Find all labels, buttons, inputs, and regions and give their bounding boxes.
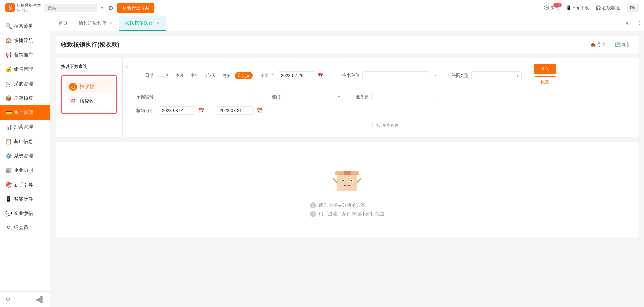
industry-btn[interactable]: 体验行业方案	[117, 3, 154, 13]
sidebar-item-marketing[interactable]: 📢 营销推广	[0, 48, 50, 62]
purchase-icon: 🛒	[5, 81, 11, 87]
sidebar-item-inventory[interactable]: 📦 库存核算	[0, 91, 50, 105]
app-icon: 📱	[566, 5, 571, 10]
counterparty-label: 往来单位	[342, 72, 360, 79]
date-quick-group: 上月 本月 本年 近7天 更多 自定义	[159, 72, 253, 79]
sidebar-item-sales[interactable]: 💰 销售管理	[0, 62, 50, 76]
top-bar-left: 🐰 畅捷通好生意 标准版 搜索 ▼ ⚙ 体验行业方案	[5, 3, 540, 13]
brand-logo: 🐰	[5, 3, 15, 12]
verify-date-start-calendar-icon[interactable]: 📅	[199, 108, 204, 113]
sidebar-item-operations[interactable]: 📊 经营管理	[0, 120, 50, 134]
tip-text-1: 请先选择要分析的方案	[319, 202, 366, 208]
filter-collapse-sidebar-btn[interactable]: 《	[123, 58, 129, 137]
sidebar-label-search-menu: 搜索菜单	[14, 23, 33, 29]
svg-line-7	[334, 179, 337, 182]
top-bar: 🐰 畅捷通好生意 标准版 搜索 ▼ ⚙ 体验行业方案 💬 消息 99+ 📱 Ap…	[0, 0, 644, 16]
message-btn[interactable]: 💬 消息 99+	[544, 5, 559, 11]
inventory-icon: 📦	[5, 95, 11, 101]
content-area: 首页 预付冲应付单 ✕ 收款核销执行 ✕ ✕ ⛶ 收款核销执行(按收款) 📤	[50, 16, 644, 307]
verify-date-end-input[interactable]	[217, 106, 254, 115]
tab-close-collection[interactable]: ✕	[155, 20, 160, 26]
sidebar-label-system: 系统管理	[14, 153, 33, 159]
date-btn-last-month[interactable]: 上月	[159, 72, 171, 79]
svg-point-5	[342, 180, 344, 182]
tab-close-window-btn[interactable]: ✕	[624, 19, 631, 28]
app-download-btn[interactable]: 📱 App下载	[566, 5, 589, 11]
verify-date-label: 核销日期	[135, 108, 154, 114]
tab-prepay[interactable]: 预付冲应付单 ✕	[73, 16, 119, 31]
filter-option-by-receipt[interactable]: 💰 按收款	[66, 80, 112, 93]
page-header-actions: 📤 导出 🔄 刷新	[588, 40, 633, 49]
sidebar-item-finance[interactable]: 💳 资金管理	[0, 105, 50, 120]
date-btn-this-year[interactable]: 本年	[189, 72, 201, 79]
query-btn[interactable]: 查询	[534, 64, 556, 74]
search-icon: 🔍	[5, 23, 11, 29]
verify-date-start-input[interactable]	[159, 106, 196, 115]
online-service-btn[interactable]: 🎧 在线客服	[596, 5, 620, 11]
filter-row-verify-date: 核销日期 📅 — 📅	[135, 106, 633, 115]
operations-icon: 📊	[5, 124, 11, 130]
sidebar-settings-btn[interactable]: ⚙	[5, 296, 11, 303]
filter-form: 日期 上月 本月 本年 近7天 更多 自定义 不限 至	[129, 58, 639, 137]
date-end-input[interactable]	[278, 71, 315, 80]
page-content: 收款核销执行(按收款) 📤 导出 🔄 刷新 按以下方查询	[50, 31, 644, 307]
filter-panel: 按以下方查询 💰 按收款 ⏰ 按应收 《	[56, 58, 639, 137]
tab-collection[interactable]: 收款核销执行 ✕	[119, 16, 166, 31]
refresh-btn[interactable]: 🔄 刷新	[612, 40, 633, 49]
date-btn-7days[interactable]: 近7天	[203, 72, 218, 79]
date-btn-this-month[interactable]: 本月	[174, 72, 186, 79]
date-btn-custom[interactable]: 自定义	[235, 72, 253, 79]
dropdown-icon[interactable]: ▼	[100, 6, 104, 10]
sidebar-item-system[interactable]: ⚙️ 系统管理	[0, 149, 50, 163]
sidebar-item-search-menu[interactable]: 🔍 搜索菜单	[0, 19, 50, 33]
filter-row-voucher: 单据编号 部门 ▼ 业务员	[135, 93, 633, 101]
date-btn-more[interactable]: 更多	[220, 72, 232, 79]
sidebar-item-wechat[interactable]: 💬 企业微信	[0, 206, 50, 221]
tab-home[interactable]: 首页	[53, 20, 73, 27]
counterparty-input[interactable]	[362, 71, 429, 80]
date-label: 日期	[135, 72, 154, 79]
sidebar-label-operations: 经营管理	[14, 124, 33, 130]
tab-expand-btn[interactable]: ⛶	[633, 19, 641, 28]
sidebar-item-quick-nav[interactable]: 🏠 快捷导航	[0, 33, 50, 48]
sidebar-label-basic-info: 基础信息	[14, 139, 33, 145]
sidebar-item-guide[interactable]: 🎯 新手引导	[0, 177, 50, 192]
settings-btn[interactable]: 设置	[534, 76, 556, 87]
salesperson-input[interactable]	[371, 93, 438, 101]
sidebar-item-basic-info[interactable]: 📋 基础信息	[0, 134, 50, 149]
svg-point-6	[351, 180, 352, 182]
sidebar-label-inventory: 库存核算	[14, 95, 33, 101]
voucher-type-select-wrapper: ▼	[471, 71, 522, 80]
department-select[interactable]	[283, 93, 343, 101]
brand-text: 畅捷通好生意 标准版	[17, 3, 41, 13]
sidebar-item-vip[interactable]: V 畅会员	[0, 221, 50, 235]
date-range-group: 不限 至 📅	[261, 71, 323, 80]
export-btn[interactable]: 📤 导出	[588, 40, 608, 49]
salesperson-more-icon[interactable]: ···	[441, 94, 448, 100]
sidebar-item-enterprise[interactable]: 🏢 企业协同	[0, 163, 50, 177]
filter-option-by-receivable[interactable]: ⏰ 按应收	[66, 95, 112, 108]
sidebar-label-vip: 畅会员	[14, 225, 28, 231]
voucher-no-input[interactable]	[159, 93, 253, 101]
counterparty-more-icon[interactable]: ···	[432, 72, 439, 79]
sidebar: 🔍 搜索菜单 🏠 快捷导航 📢 营销推广 💰 销售管理 🛒 采购管理 📦	[0, 16, 50, 307]
sidebar-collapse-btn[interactable]: ◀▌	[36, 296, 45, 303]
sidebar-label-guide: 新手引导	[14, 182, 33, 188]
collapse-more-btn[interactable]: 《 收起更多条件	[135, 120, 633, 131]
department-select-wrapper: ▼	[283, 93, 343, 101]
marketing-icon: 📢	[5, 52, 11, 58]
top-search-input[interactable]: 搜索	[44, 4, 97, 12]
settings-icon[interactable]: ⚙	[107, 3, 115, 13]
export-icon: 📤	[590, 42, 596, 47]
voucher-type-label: 单据类型	[451, 72, 469, 79]
sidebar-item-hardware[interactable]: 📱 智能硬件	[0, 192, 50, 206]
tab-bar: 首页 预付冲应付单 ✕ 收款核销执行 ✕ ✕ ⛶	[50, 16, 644, 31]
tab-close-prepay[interactable]: ✕	[109, 20, 114, 26]
date-end-calendar-icon[interactable]: 📅	[318, 73, 323, 78]
voucher-type-select[interactable]	[471, 71, 522, 80]
user-avatar[interactable]: Rit	[627, 4, 639, 12]
sidebar-label-sales: 销售管理	[14, 66, 33, 72]
sidebar-item-purchase[interactable]: 🛒 采购管理	[0, 76, 50, 91]
verify-date-end-calendar-icon[interactable]: 📅	[256, 108, 262, 113]
department-label: 部门	[272, 94, 280, 100]
